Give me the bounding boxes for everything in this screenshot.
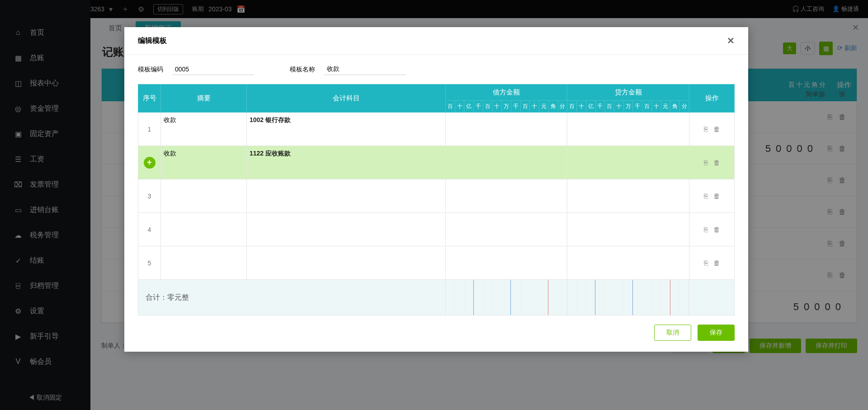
digit-unit-header: 百	[642, 101, 652, 113]
digit-unit-header: 十	[492, 101, 502, 113]
copy-icon[interactable]: ⎘	[704, 192, 708, 200]
row-seq: 4	[138, 213, 161, 246]
row-subject[interactable]: 1122 应收账款	[247, 146, 446, 179]
digit-unit-header: 亿	[464, 101, 474, 113]
digit-unit-header: 百	[446, 101, 455, 113]
digit-unit-header: 元	[661, 101, 670, 113]
row-summary[interactable]	[161, 179, 247, 213]
row-actions: ⎘🗑	[689, 179, 735, 213]
row-subject[interactable]: 1002 银行存款	[247, 113, 446, 146]
edit-template-modal: 编辑模板 ✕ 模板编码 模板名称 序号 摘要 会计科目 借方金额 贷方金额	[124, 27, 748, 352]
debit-cell[interactable]	[446, 146, 567, 179]
digit-unit-header: 千	[474, 101, 483, 113]
row-summary[interactable]: 收款	[161, 113, 247, 146]
digit-unit-header: 千	[595, 101, 605, 113]
table-row[interactable]: 3⎘🗑	[138, 179, 735, 213]
cancel-button[interactable]: 取消	[654, 325, 691, 341]
template-name-input[interactable]	[324, 64, 406, 75]
col-credit: 贷方金额	[567, 85, 689, 101]
row-actions: ⎘🗑	[689, 146, 735, 179]
template-name-label: 模板名称	[290, 66, 315, 74]
digit-unit-header: 十	[614, 101, 623, 113]
digit-unit-header: 分	[558, 101, 567, 113]
trash-icon[interactable]: 🗑	[713, 226, 720, 233]
digit-unit-header: 角	[670, 101, 680, 113]
credit-cell[interactable]	[567, 179, 689, 213]
col-seq: 序号	[138, 85, 161, 113]
debit-cell[interactable]	[446, 113, 567, 146]
table-row[interactable]: +收款1122 应收账款⎘🗑	[138, 146, 735, 179]
digit-unit-header: 十	[651, 101, 661, 113]
row-actions: ⎘🗑	[689, 213, 735, 246]
table-row[interactable]: 4⎘🗑	[138, 213, 735, 246]
row-actions: ⎘🗑	[689, 246, 735, 280]
row-seq: 1	[138, 113, 161, 146]
digit-unit-header: 百	[605, 101, 614, 113]
credit-cell[interactable]	[567, 146, 689, 179]
credit-cell[interactable]	[567, 246, 689, 280]
table-row[interactable]: 1收款1002 银行存款⎘🗑	[138, 113, 735, 146]
col-subject: 会计科目	[247, 85, 446, 113]
digit-unit-header: 十	[455, 101, 464, 113]
row-subject[interactable]	[247, 179, 446, 213]
trash-icon[interactable]: 🗑	[713, 159, 720, 166]
digit-unit-header: 角	[548, 101, 558, 113]
row-actions: ⎘🗑	[689, 113, 735, 146]
debit-cell[interactable]	[446, 179, 567, 213]
add-row-button[interactable]: +	[144, 157, 156, 169]
digit-unit-header: 百	[520, 101, 530, 113]
trash-icon[interactable]: 🗑	[713, 192, 720, 200]
row-subject[interactable]	[247, 246, 446, 280]
row-summary[interactable]: 收款	[161, 146, 247, 179]
row-summary[interactable]	[161, 246, 247, 280]
row-seq: +	[138, 146, 161, 179]
row-subject[interactable]	[247, 213, 446, 246]
copy-icon[interactable]: ⎘	[704, 259, 708, 267]
col-summary: 摘要	[161, 85, 247, 113]
col-action: 操作	[689, 85, 735, 113]
credit-cell[interactable]	[567, 113, 689, 146]
copy-icon[interactable]: ⎘	[704, 159, 708, 166]
trash-icon[interactable]: 🗑	[713, 259, 720, 267]
digit-unit-header: 百	[567, 101, 577, 113]
digit-unit-header: 千	[633, 101, 642, 113]
col-debit: 借方金额	[446, 85, 567, 101]
row-seq: 3	[138, 179, 161, 213]
table-row[interactable]: 5⎘🗑	[138, 246, 735, 280]
copy-icon[interactable]: ⎘	[704, 226, 708, 233]
credit-cell[interactable]	[567, 213, 689, 246]
digit-unit-header: 元	[539, 101, 549, 113]
modal-title: 编辑模板	[138, 36, 167, 46]
digit-unit-header: 十	[577, 101, 586, 113]
digit-unit-header: 十	[530, 101, 539, 113]
digit-unit-header: 千	[511, 101, 521, 113]
template-code-input[interactable]	[172, 64, 254, 75]
save-button[interactable]: 保存	[698, 325, 735, 341]
digit-unit-header: 万	[502, 101, 511, 113]
copy-icon[interactable]: ⎘	[704, 125, 708, 133]
digit-unit-header: 亿	[586, 101, 595, 113]
row-summary[interactable]	[161, 213, 247, 246]
debit-cell[interactable]	[446, 246, 567, 280]
template-code-label: 模板编码	[138, 66, 163, 74]
debit-cell[interactable]	[446, 213, 567, 246]
close-icon[interactable]: ✕	[727, 35, 735, 46]
total-row-label: 合计：零元整	[138, 280, 446, 316]
template-entries-table: 序号 摘要 会计科目 借方金额 贷方金额 操作 百十亿千百十万千百十元角分百十亿…	[138, 84, 735, 316]
row-seq: 5	[138, 246, 161, 280]
digit-unit-header: 万	[623, 101, 633, 113]
trash-icon[interactable]: 🗑	[713, 125, 720, 133]
digit-unit-header: 分	[679, 101, 689, 113]
digit-unit-header: 百	[483, 101, 492, 113]
